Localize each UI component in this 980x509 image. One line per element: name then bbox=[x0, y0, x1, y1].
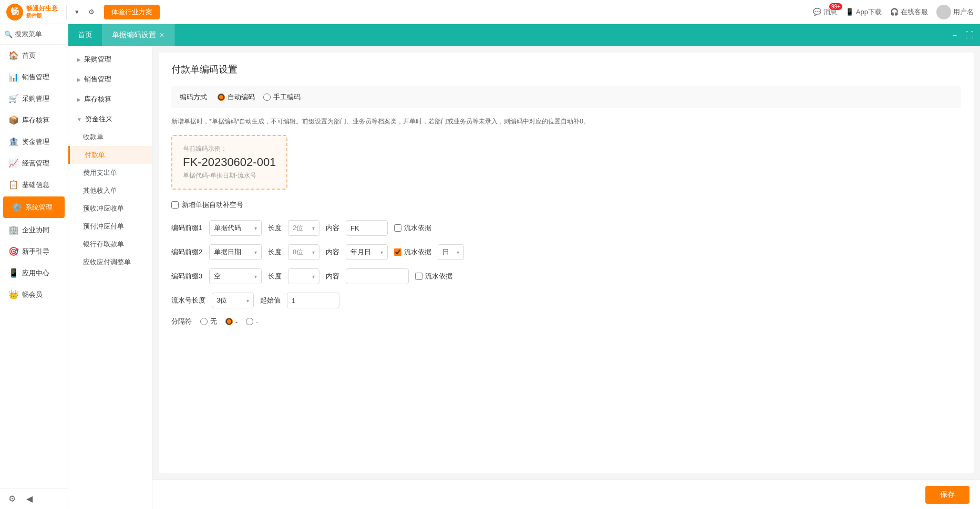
sub-group-inventory: ▶ 库存核算 bbox=[68, 90, 152, 108]
sub-nav-expense[interactable]: 费用支出单 bbox=[68, 164, 152, 182]
message-item[interactable]: 💬 消息 99+ bbox=[813, 7, 837, 17]
enterprise-icon: 🏢 bbox=[8, 225, 18, 235]
sub-nav-payment[interactable]: 付款单 bbox=[68, 146, 152, 164]
sidebar-item-purchase[interactable]: 🛒 采购管理 bbox=[0, 88, 68, 109]
sub-group-capital: ▼ 资金往来 收款单 付款单 费用支出单 其他收入单 预收冲应收单 预付冲应付单… bbox=[68, 110, 152, 271]
serial-length-select[interactable]: 3位 ▾ bbox=[212, 293, 254, 308]
serial2-checkbox[interactable] bbox=[394, 248, 401, 256]
length1-select[interactable]: 2位 ▾ bbox=[288, 220, 319, 236]
save-button[interactable]: 保存 bbox=[925, 486, 969, 504]
sub-nav-capital[interactable]: ▼ 资金往来 bbox=[68, 110, 152, 128]
radio-manual-input[interactable] bbox=[263, 94, 271, 101]
sidebar-item-inventory[interactable]: 📦 库存核算 bbox=[0, 109, 68, 131]
industry-btn[interactable]: 体验行业方案 bbox=[104, 5, 160, 19]
sub-nav-inventory[interactable]: ▶ 库存核算 bbox=[68, 90, 152, 108]
serial2-unit-arrow: ▾ bbox=[457, 250, 459, 255]
sub-nav-pre-receivable[interactable]: 预收冲应收单 bbox=[68, 200, 152, 217]
content1-box: FK bbox=[346, 220, 388, 236]
length3-label: 长度 bbox=[268, 272, 282, 281]
prefix2-select[interactable]: 单据日期 ▾ bbox=[209, 244, 262, 260]
length2-select[interactable]: 8位 ▾ bbox=[288, 244, 319, 260]
tab-maximize-btn[interactable]: ⛶ bbox=[963, 28, 976, 42]
app-download-item[interactable]: 📱 App下载 bbox=[845, 7, 882, 17]
radio-manual[interactable]: 手工编码 bbox=[263, 92, 301, 102]
sep-none-radio[interactable] bbox=[200, 318, 208, 325]
tab-home[interactable]: 首页 bbox=[68, 24, 102, 46]
sub-nav-bank-deposit[interactable]: 银行存取款单 bbox=[68, 235, 152, 253]
sidebar-item-finance[interactable]: 🏦 资金管理 bbox=[0, 131, 68, 152]
sub-sidebar: ▶ 采购管理 ▶ 销售管理 ▶ 库存核算 bbox=[68, 46, 152, 509]
sep-dot-option[interactable]: · bbox=[246, 318, 258, 326]
sub-nav-pre-payable[interactable]: 预付冲应付单 bbox=[68, 217, 152, 235]
serial3-checkbox[interactable] bbox=[415, 273, 422, 280]
sidebar-search[interactable]: 🔍 搜索菜单 bbox=[0, 24, 68, 45]
user-item[interactable]: 用户名 bbox=[936, 5, 974, 19]
brand-text: 畅通好生意 插件版 bbox=[26, 5, 58, 18]
serial1-checkbox[interactable] bbox=[394, 224, 401, 232]
collapse-icon[interactable]: ◀ bbox=[26, 494, 33, 504]
online-service-label: 在线客服 bbox=[901, 7, 928, 17]
prefix1-select[interactable]: 单据代码 ▾ bbox=[209, 220, 262, 236]
serial2-row: 流水依据 bbox=[394, 247, 431, 257]
sub-nav-other-income[interactable]: 其他收入单 bbox=[68, 182, 152, 200]
prefix2-value: 单据日期 bbox=[214, 247, 241, 257]
prefix2-label: 编码前缀2 bbox=[171, 247, 203, 257]
tab-code-setting[interactable]: 单据编码设置 ✕ bbox=[102, 24, 174, 46]
sidebar-item-system[interactable]: ⚙️ 系统管理 bbox=[3, 196, 65, 218]
arrow-sales: ▶ bbox=[77, 77, 81, 82]
sub-nav-adjust[interactable]: 应收应付调整单 bbox=[68, 253, 152, 271]
nav-label-purchase: 采购管理 bbox=[22, 94, 49, 103]
nav-label-basic: 基础信息 bbox=[22, 180, 49, 190]
sidebar-item-basic[interactable]: 📋 基础信息 bbox=[0, 174, 68, 195]
code-preview-value: FK-20230602-001 bbox=[183, 155, 276, 169]
settings-icon[interactable]: ⚙ bbox=[84, 5, 99, 19]
length3-select[interactable]: ▾ bbox=[288, 268, 319, 284]
prefix3-select[interactable]: 空 ▾ bbox=[209, 268, 262, 284]
tab-close-icon[interactable]: ✕ bbox=[159, 32, 164, 39]
nav-label-member: 畅会员 bbox=[22, 290, 43, 299]
auto-fill-row: 新增单据自动补空号 bbox=[171, 200, 961, 210]
length2-value: 8位 bbox=[293, 247, 303, 257]
settings-bottom-icon[interactable]: ⚙ bbox=[8, 494, 16, 504]
online-service-item[interactable]: 🎧 在线客服 bbox=[890, 7, 928, 17]
sidebar-item-app-center[interactable]: 📱 应用中心 bbox=[0, 262, 68, 284]
purchase-icon: 🛒 bbox=[8, 94, 18, 103]
prefix3-arrow: ▾ bbox=[254, 274, 257, 279]
length2-label: 长度 bbox=[268, 247, 282, 257]
content2-select[interactable]: 年月日 ▾ bbox=[346, 244, 388, 260]
config-row-prefix3: 编码前缀3 空 ▾ 长度 ▾ 内容 bbox=[171, 268, 961, 284]
page-title: 付款单编码设置 bbox=[171, 63, 961, 76]
radio-auto-input[interactable] bbox=[218, 94, 225, 101]
newbie-icon: 🎯 bbox=[8, 246, 18, 256]
sep-none-option[interactable]: 无 bbox=[200, 317, 217, 326]
sidebar-item-member[interactable]: 👑 畅会员 bbox=[0, 284, 68, 305]
sep-dot-radio[interactable] bbox=[246, 318, 253, 325]
sub-nav-receipt[interactable]: 收款单 bbox=[68, 128, 152, 146]
sidebar-item-enterprise[interactable]: 🏢 企业协同 bbox=[0, 219, 68, 241]
content1-value: FK bbox=[350, 224, 359, 232]
sub-group-purchase: ▶ 采购管理 bbox=[68, 50, 152, 68]
sidebar-item-home[interactable]: 🏠 首页 bbox=[0, 45, 68, 66]
tab-bar: 首页 单据编码设置 ✕ － ⛶ bbox=[68, 24, 980, 46]
serial2-unit-select[interactable]: 日 ▾ bbox=[438, 244, 464, 260]
start-value-box[interactable]: 1 bbox=[287, 293, 339, 308]
sidebar-item-operation[interactable]: 📈 经营管理 bbox=[0, 152, 68, 174]
sub-nav-sales[interactable]: ▶ 销售管理 bbox=[68, 70, 152, 88]
main-layout: 🔍 搜索菜单 🏠 首页 📊 销售管理 🛒 采购管理 📦 库存核算 🏦 资金管理 … bbox=[0, 24, 980, 509]
nav-label-enterprise: 企业协同 bbox=[22, 225, 49, 235]
radio-auto[interactable]: 自动编码 bbox=[218, 92, 255, 102]
sub-nav-purchase[interactable]: ▶ 采购管理 bbox=[68, 50, 152, 68]
prefix1-label: 编码前缀1 bbox=[171, 223, 203, 233]
serial2-unit: 日 bbox=[442, 247, 449, 257]
sidebar-item-newbie[interactable]: 🎯 新手引导 bbox=[0, 241, 68, 262]
sep-dash-option[interactable]: - bbox=[225, 318, 238, 326]
expand-toggle[interactable]: ▾ bbox=[75, 8, 79, 16]
sidebar-item-sales[interactable]: 📊 销售管理 bbox=[0, 66, 68, 88]
sep-dash-radio[interactable] bbox=[225, 318, 233, 325]
tab-minimize-btn[interactable]: － bbox=[948, 28, 961, 43]
auto-fill-checkbox[interactable] bbox=[171, 201, 179, 209]
inner-layout: ▶ 采购管理 ▶ 销售管理 ▶ 库存核算 bbox=[68, 46, 980, 509]
top-bar: 畅 畅通好生意 插件版 ▾ ⚙ 体验行业方案 💬 消息 99+ 📱 App下载 … bbox=[0, 0, 980, 24]
sales-icon: 📊 bbox=[8, 72, 18, 82]
config-row-prefix2: 编码前缀2 单据日期 ▾ 长度 8位 ▾ 内容 bbox=[171, 244, 961, 260]
